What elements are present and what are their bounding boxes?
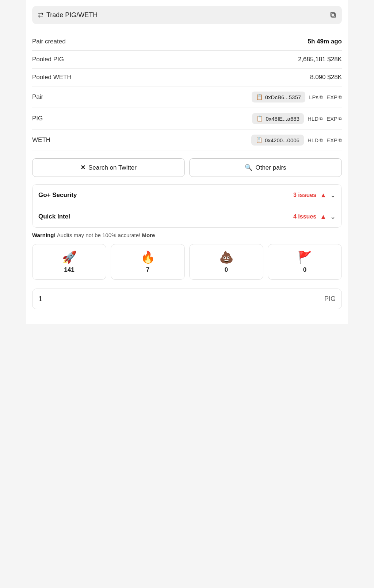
pair-created-label: Pair created bbox=[32, 38, 66, 45]
external-icon-pig-exp: ⧉ bbox=[339, 116, 342, 121]
twitter-x-icon: ✕ bbox=[80, 164, 85, 171]
weth-addr-group: 📋 0x4200...0006 HLD ⧉ EXP ⧉ bbox=[251, 135, 342, 146]
go-plus-chevron-icon[interactable]: ⌄ bbox=[330, 191, 336, 199]
go-plus-warning-icon: ▲ bbox=[320, 192, 327, 199]
search-icon: 🔍 bbox=[245, 164, 252, 171]
main-container: ⇄ Trade PIG/WETH ⧉ Pair created 5h 49m a… bbox=[26, 0, 348, 324]
info-table: Pair created 5h 49m ago Pooled PIG 2,685… bbox=[32, 33, 342, 151]
emoji-stats-row: 🚀 141 🔥 7 💩 0 🚩 0 bbox=[32, 244, 342, 280]
pair-exp-link[interactable]: EXP ⧉ bbox=[327, 94, 342, 100]
pooled-pig-label: Pooled PIG bbox=[32, 56, 64, 63]
external-icon-weth-exp: ⧉ bbox=[339, 138, 342, 143]
bottom-input-section: 1 PIG bbox=[32, 289, 342, 309]
poop-count: 0 bbox=[225, 266, 228, 274]
poop-stat-card[interactable]: 💩 0 bbox=[189, 244, 263, 280]
go-plus-issues: 3 issues bbox=[293, 192, 316, 198]
pair-address-badge[interactable]: 📋 0xDcB6...5357 bbox=[252, 92, 305, 102]
pig-address-text: 0x48fE...a683 bbox=[266, 116, 299, 122]
other-pairs-button[interactable]: 🔍 Other pairs bbox=[189, 158, 342, 177]
copy-icon-weth: 📋 bbox=[256, 137, 263, 143]
weth-address-row: WETH 📋 0x4200...0006 HLD ⧉ EXP ⧉ bbox=[32, 129, 342, 151]
action-buttons-row: ✕ Search on Twitter 🔍 Other pairs bbox=[32, 158, 342, 177]
pig-exp-link[interactable]: EXP ⧉ bbox=[327, 116, 342, 122]
warning-text: Warning! Audits may not be 100% accurate… bbox=[32, 232, 342, 238]
input-value[interactable]: 1 bbox=[38, 295, 42, 303]
quick-intel-chevron-icon[interactable]: ⌄ bbox=[330, 213, 336, 221]
security-section: Go+ Security 3 issues ▲ ⌄ Quick Intel 4 … bbox=[32, 184, 342, 228]
go-plus-right: 3 issues ▲ ⌄ bbox=[293, 191, 336, 199]
poop-emoji: 💩 bbox=[219, 250, 234, 264]
trade-section: ⇄ Trade PIG/WETH ⧉ bbox=[32, 6, 342, 24]
pig-addr-group: 📋 0x48fE...a683 HLD ⧉ EXP ⧉ bbox=[252, 113, 342, 124]
go-plus-row[interactable]: Go+ Security 3 issues ▲ ⌄ bbox=[33, 185, 341, 206]
quick-intel-label: Quick Intel bbox=[38, 213, 70, 220]
pooled-pig-value: 2,685,181 $28K bbox=[298, 56, 342, 63]
rocket-count: 141 bbox=[64, 266, 74, 274]
pig-address-badge[interactable]: 📋 0x48fE...a683 bbox=[252, 113, 304, 124]
input-currency: PIG bbox=[324, 295, 336, 303]
go-plus-label: Go+ Security bbox=[38, 192, 77, 199]
quick-intel-warning-icon: ▲ bbox=[320, 213, 327, 221]
pair-address-row: Pair 📋 0xDcB6...5357 LPs ⧉ EXP ⧉ bbox=[32, 86, 342, 108]
flag-count: 0 bbox=[303, 266, 306, 274]
pooled-weth-label: Pooled WETH bbox=[32, 74, 72, 81]
twitter-button-label: Search on Twitter bbox=[88, 164, 137, 171]
fire-stat-card[interactable]: 🔥 7 bbox=[111, 244, 185, 280]
trade-button-label: Trade PIG/WETH bbox=[46, 11, 98, 19]
pooled-weth-row: Pooled WETH 8.090 $28K bbox=[32, 69, 342, 86]
pig-address-row: PIG 📋 0x48fE...a683 HLD ⧉ EXP ⧉ bbox=[32, 108, 342, 129]
rocket-stat-card[interactable]: 🚀 141 bbox=[32, 244, 106, 280]
weth-exp-link[interactable]: EXP ⧉ bbox=[327, 137, 342, 143]
weth-address-text: 0x4200...0006 bbox=[265, 137, 299, 143]
pig-hld-link[interactable]: HLD ⧉ bbox=[308, 116, 323, 122]
external-icon-pig-hld: ⧉ bbox=[320, 116, 323, 121]
weth-label: WETH bbox=[32, 136, 50, 144]
external-icon-weth-hld: ⧉ bbox=[320, 138, 323, 143]
trade-button[interactable]: ⇄ Trade PIG/WETH bbox=[38, 11, 98, 19]
warning-strong: Warning! bbox=[32, 232, 56, 238]
warning-message: Audits may not be 100% accurate! bbox=[57, 232, 142, 238]
other-pairs-label: Other pairs bbox=[255, 164, 286, 171]
flag-emoji: 🚩 bbox=[298, 250, 312, 264]
copy-icon-pig: 📋 bbox=[256, 115, 263, 122]
pooled-weth-value: 8.090 $28K bbox=[310, 74, 342, 81]
quick-intel-issues: 4 issues bbox=[293, 213, 316, 220]
copy-icon-pair: 📋 bbox=[256, 94, 263, 100]
pair-created-value: 5h 49m ago bbox=[308, 38, 342, 45]
weth-hld-link[interactable]: HLD ⧉ bbox=[308, 137, 323, 143]
fire-emoji: 🔥 bbox=[141, 250, 155, 264]
flag-stat-card[interactable]: 🚩 0 bbox=[268, 244, 342, 280]
external-icon-pair-lps: ⧉ bbox=[320, 94, 323, 100]
pig-label: PIG bbox=[32, 115, 43, 122]
pair-label: Pair bbox=[32, 93, 43, 101]
weth-address-badge[interactable]: 📋 0x4200...0006 bbox=[251, 135, 304, 146]
rocket-emoji: 🚀 bbox=[62, 250, 77, 264]
pair-addr-group: 📋 0xDcB6...5357 LPs ⧉ EXP ⧉ bbox=[252, 92, 342, 102]
fire-count: 7 bbox=[146, 266, 149, 274]
external-icon-pair-exp: ⧉ bbox=[339, 94, 342, 100]
quick-intel-row[interactable]: Quick Intel 4 issues ▲ ⌄ bbox=[33, 206, 341, 227]
pair-lps-link[interactable]: LPs ⧉ bbox=[309, 94, 323, 100]
pair-created-row: Pair created 5h 49m ago bbox=[32, 33, 342, 51]
pooled-pig-row: Pooled PIG 2,685,181 $28K bbox=[32, 51, 342, 69]
trade-external-icon[interactable]: ⧉ bbox=[330, 10, 336, 20]
trade-arrows-icon: ⇄ bbox=[38, 11, 43, 19]
warning-more-link[interactable]: More bbox=[142, 232, 155, 238]
quick-intel-right: 4 issues ▲ ⌄ bbox=[293, 213, 336, 221]
twitter-search-button[interactable]: ✕ Search on Twitter bbox=[32, 158, 185, 177]
pair-address-text: 0xDcB6...5357 bbox=[265, 94, 301, 100]
